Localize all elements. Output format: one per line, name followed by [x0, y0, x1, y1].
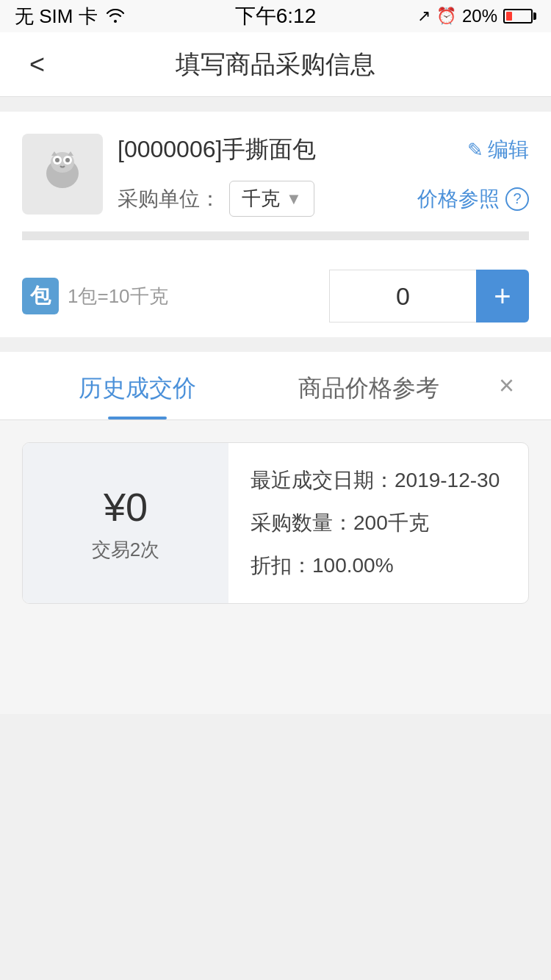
status-left: 无 SIM 卡 — [15, 4, 126, 29]
tabs-section: 历史成交价 商品价格参考 × — [0, 352, 551, 420]
page-title: 填写商品采购信息 — [176, 48, 375, 82]
dropdown-icon: ▼ — [286, 190, 302, 209]
tab-history-price[interactable]: 历史成交价 — [22, 352, 253, 419]
product-full-name: [0000006]手撕面包 — [118, 134, 316, 166]
product-title-row: [0000006]手撕面包 ✎ 编辑 — [118, 134, 529, 166]
unit-select[interactable]: 千克 ▼ — [229, 181, 314, 217]
price-left: ¥0 交易2次 — [23, 443, 228, 603]
content-area: ¥0 交易2次 最近成交日期：2019-12-30 采购数量：200千克 折扣：… — [0, 420, 551, 714]
quantity-control: + — [329, 270, 529, 323]
discount-value: 100.00% — [312, 554, 394, 577]
unit-value: 千克 — [242, 186, 280, 212]
quantity-section: 包 1包=10千克 + — [0, 255, 551, 337]
product-image — [22, 134, 103, 215]
info-icon: ? — [505, 187, 529, 211]
nav-bar: < 填写商品采购信息 — [0, 32, 551, 97]
recent-date-value: 2019-12-30 — [395, 469, 500, 491]
product-thumbnail-icon — [37, 144, 88, 204]
price-value: 0 — [126, 485, 148, 529]
edit-label: 编辑 — [488, 136, 529, 164]
discount-row: 折扣：100.00% — [251, 550, 506, 581]
price-card: ¥0 交易2次 最近成交日期：2019-12-30 采购数量：200千克 折扣：… — [22, 442, 529, 604]
status-time: 下午6:12 — [235, 2, 317, 30]
plus-button[interactable]: + — [476, 270, 529, 323]
status-right: ↗ ⏰ 20% — [417, 6, 536, 26]
unit-equivalent: 1包=10千克 — [68, 284, 168, 309]
battery-percent: 20% — [462, 6, 497, 26]
purchase-unit-row: 采购单位： 千克 ▼ 价格参照 ? — [118, 181, 529, 217]
unit-icon: 包 — [22, 278, 59, 314]
recent-date-row: 最近成交日期：2019-12-30 — [251, 465, 506, 496]
quantity-input[interactable] — [329, 270, 476, 323]
edit-button[interactable]: ✎ 编辑 — [467, 136, 529, 164]
price-amount: ¥0 — [104, 484, 148, 530]
tab-price-reference[interactable]: 商品价格参考 — [253, 352, 483, 419]
battery-icon — [503, 9, 536, 24]
price-ref-label: 价格参照 — [417, 185, 500, 213]
product-section: [0000006]手撕面包 ✎ 编辑 采购单位： 千克 ▼ 价格参照 — [0, 112, 551, 255]
price-reference-button[interactable]: 价格参照 ? — [417, 185, 529, 213]
gray-divider — [22, 231, 529, 240]
tabs-header: 历史成交价 商品价格参考 × — [0, 352, 551, 419]
purchase-qty-value: 200千克 — [353, 511, 429, 534]
plus-icon: + — [494, 280, 511, 313]
product-info: [0000006]手撕面包 ✎ 编辑 采购单位： 千克 ▼ 价格参照 — [118, 134, 529, 217]
unit-info: 包 1包=10千克 — [22, 278, 168, 314]
carrier-text: 无 SIM 卡 — [15, 4, 98, 29]
svg-point-4 — [55, 158, 60, 162]
purchase-unit-label: 采购单位： — [118, 185, 220, 213]
purchase-qty-label: 采购数量： — [251, 511, 353, 534]
tab-underline — [108, 417, 167, 419]
recent-date-label: 最近成交日期： — [251, 469, 395, 491]
location-icon: ↗ — [417, 7, 431, 26]
wifi-icon — [105, 5, 126, 28]
price-right: 最近成交日期：2019-12-30 采购数量：200千克 折扣：100.00% — [228, 443, 528, 603]
purchase-qty-row: 采购数量：200千克 — [251, 508, 506, 538]
discount-label: 折扣： — [251, 554, 312, 577]
back-button[interactable]: < — [22, 42, 52, 87]
svg-point-5 — [65, 158, 70, 162]
alarm-icon: ⏰ — [436, 7, 456, 26]
product-row: [0000006]手撕面包 ✎ 编辑 采购单位： 千克 ▼ 价格参照 — [22, 134, 529, 217]
price-transactions: 交易2次 — [92, 537, 159, 563]
close-button[interactable]: × — [484, 356, 529, 416]
status-bar: 无 SIM 卡 下午6:12 ↗ ⏰ 20% — [0, 0, 551, 32]
edit-icon: ✎ — [467, 139, 483, 162]
currency-symbol: ¥ — [104, 485, 126, 529]
